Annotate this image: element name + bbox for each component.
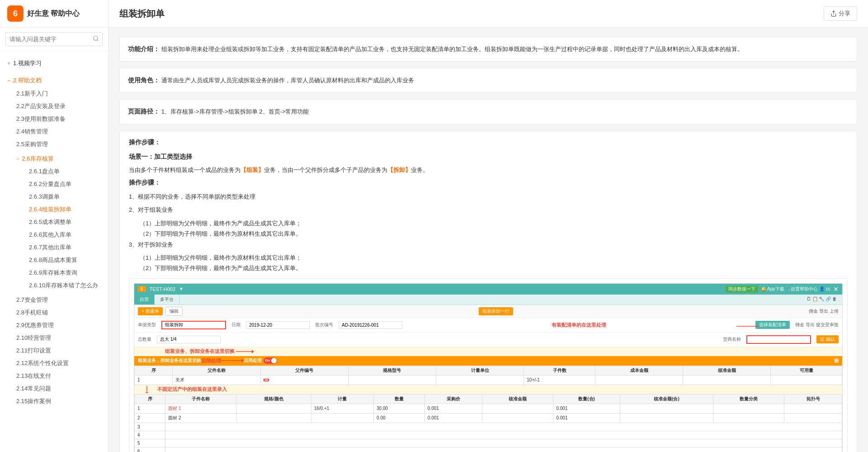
mock-tab-self[interactable]: 自营 bbox=[134, 295, 155, 305]
main: 组装拆卸单 分享 功能介绍： 组装拆卸单用来处理企业组装或拆卸等加工业务，支持有… bbox=[108, 0, 868, 452]
mock-td-parent-name: 关术 bbox=[173, 375, 260, 385]
search-input[interactable] bbox=[6, 33, 89, 45]
sidebar-item-cost-adj[interactable]: 2.6.5成本调整单 bbox=[18, 216, 108, 228]
mock-edit-btn[interactable]: 编辑 bbox=[165, 307, 183, 316]
svg-point-0 bbox=[94, 36, 98, 40]
sidebar-item-other-out[interactable]: 2.6.7其他出库单 bbox=[18, 241, 108, 254]
sidebar-item-mobile[interactable]: 2.8手机旺铺 bbox=[9, 306, 108, 319]
sidebar-item-sub-stocktake[interactable]: 2.6.2分量盘点单 bbox=[18, 178, 108, 190]
nav-tree: + 1.视频学习 − 2.帮助文档 2.1新手入门 2.2产品安装及登录 2.3… bbox=[0, 51, 108, 452]
role-label: 使用角色： bbox=[128, 76, 160, 84]
sidebar-item-assembly[interactable]: 2.6.4组装拆卸单 bbox=[18, 203, 108, 216]
sidebar-item-inventory[interactable]: − 2.6库存核算 bbox=[9, 152, 108, 165]
share-icon bbox=[830, 10, 837, 17]
mock-bom-expand[interactable]: ⊞ bbox=[834, 357, 839, 364]
mock-bom-toggle: 启用处理 bbox=[244, 357, 262, 364]
mock-th2-price: 采购价 bbox=[425, 394, 482, 404]
nav-section-inventory: − 2.6库存核算 2.6.1盘点单 2.6.2分量盘点单 2.6.3调拨单 2… bbox=[9, 151, 108, 294]
mock-new-btn[interactable]: + 新建单 bbox=[138, 307, 163, 315]
mock-qty-input[interactable] bbox=[157, 336, 221, 343]
svg-line-1 bbox=[97, 40, 99, 41]
mock-field-date[interactable] bbox=[246, 321, 310, 329]
annotation-input-row: 不固定活产中的组装在这里录入 bbox=[134, 385, 842, 394]
sidebar-item-online-pay[interactable]: 2.13在线支付 bbox=[9, 370, 108, 382]
mock-th-cost: 成本金额 bbox=[595, 366, 683, 375]
sidebar-item-videos[interactable]: + 1.视频学习 bbox=[0, 57, 108, 70]
mock-th-parent-name: 父件名称 bbox=[173, 366, 260, 375]
mock-titlebar: 6 TEST-H002 ▼ 同步数据一下 🔔 App下载 🔧设置帮助中心 👤 c… bbox=[134, 284, 842, 295]
mock-field-type[interactable] bbox=[161, 321, 226, 329]
mock-app-name: TEST-H002 bbox=[150, 286, 175, 292]
mock-th2-unit: 计量 bbox=[311, 394, 373, 404]
mock-subtoolbar: + 新建单 编辑 组装拆卸一行 佣金 导出 上传 bbox=[134, 305, 842, 318]
mock-confirm-btn[interactable]: 定 确认 bbox=[816, 335, 839, 343]
sidebar-item-docs[interactable]: − 2.帮助文档 bbox=[0, 74, 108, 87]
sidebar-item-data-prep[interactable]: 2.3使用前数据准备 bbox=[9, 113, 108, 125]
intro-label: 功能介绍： bbox=[128, 45, 160, 52]
table-row: 4 bbox=[135, 431, 842, 439]
mock-status: 同步数据一下 bbox=[726, 285, 758, 293]
annotation-type: 组装业务、拆卸业务在这里切换 bbox=[165, 348, 235, 354]
mock-bom-section-label: 组装业务，拆卸业务在这里切换 bbox=[138, 357, 201, 364]
sidebar-item-balance-check[interactable]: 2.6.9库存账本查询 bbox=[18, 266, 108, 279]
sidebar-item-other-in[interactable]: 2.6.6其他入库单 bbox=[18, 228, 108, 241]
intro-block: 功能介绍： 组装拆卸单用来处理企业组装或拆卸等加工业务，支持有固定装配清单的产品… bbox=[119, 37, 857, 62]
mock-th2-spec-color: 规格/颜色 bbox=[236, 394, 311, 404]
share-button[interactable]: 分享 bbox=[824, 6, 857, 21]
logo-text: 好生意 帮助中心 bbox=[27, 9, 80, 19]
mock-toggle-switch[interactable]: On bbox=[264, 357, 277, 364]
mock-th-spec: 规格型号 bbox=[348, 366, 436, 375]
search-area bbox=[0, 28, 108, 51]
sidebar-item-custom[interactable]: 2.12系统个性化设置 bbox=[9, 357, 108, 370]
sidebar-item-balance-err[interactable]: 2.6.10库存账本错了怎么办 bbox=[18, 279, 108, 292]
path-block: 页面路径： 1、库存核算->库存管理->组装拆卸单 2、首页->常用功能 bbox=[119, 99, 857, 124]
mock-assembly-btn[interactable]: 组装拆卸一行 bbox=[479, 307, 513, 315]
mock-th2-approved-sum: 核准金额(合) bbox=[620, 394, 713, 404]
annotation-arrow-bom bbox=[736, 322, 764, 331]
svg-marker-5 bbox=[252, 350, 254, 353]
main-header: 组装拆卸单 分享 bbox=[108, 0, 868, 28]
screenshot-container: 6 TEST-H002 ▼ 同步数据一下 🔔 App下载 🔧设置帮助中心 👤 c… bbox=[129, 278, 848, 452]
sidebar-item-ops[interactable]: 2.10经营管理 bbox=[9, 332, 108, 344]
annotation-bom: 有装配清单的在这里处理 bbox=[552, 322, 606, 328]
sidebar-item-capital[interactable]: 2.7资金管理 bbox=[9, 294, 108, 306]
search-button[interactable] bbox=[89, 33, 103, 46]
scenario1-desc: 当由多个子件材料组装成一个成品的业务为【组装】业务，当由一个父件拆分成多个子产品… bbox=[129, 165, 848, 175]
table-row: 5 bbox=[135, 439, 842, 447]
step-3-1: （1）上部明细为父件明细，最终作为原材料生成其它出库单； bbox=[129, 252, 848, 263]
mock-th2-seq: 序 bbox=[135, 394, 165, 404]
mock-th2-qty-sum: 数量(合) bbox=[553, 394, 620, 404]
sidebar-item-cases[interactable]: 2.15操作案例 bbox=[9, 395, 108, 408]
step-3: 3、对于拆卸业务 bbox=[129, 239, 848, 250]
sidebar-item-print[interactable]: 2.11打印设置 bbox=[9, 344, 108, 357]
mock-supplier-input[interactable] bbox=[746, 335, 811, 344]
sidebar-item-stocktake[interactable]: 2.6.1盘点单 bbox=[18, 165, 108, 178]
sidebar-item-move[interactable]: 2.6.3调拨单 bbox=[18, 190, 108, 203]
table-row: 1 圆材 1 16/0.+1 30.00 0.001 0.001 bbox=[135, 404, 842, 413]
mock-field-batchno[interactable] bbox=[339, 321, 402, 329]
mock-dropdown-arrow: ▼ bbox=[179, 286, 184, 291]
sidebar-item-sales[interactable]: 2.4销售管理 bbox=[9, 125, 108, 138]
sidebar-item-purchase[interactable]: 2.5采购管理 bbox=[9, 138, 108, 151]
logo-area: 6 好生意 帮助中心 bbox=[0, 0, 108, 28]
mock-td-seq: 1 bbox=[135, 375, 173, 385]
mock-child-name-1: 圆材 1 bbox=[165, 404, 236, 413]
sidebar: 6 好生意 帮助中心 + 1.视频学习 − 2.帮助文档 bbox=[0, 0, 108, 452]
mock-close[interactable]: ✕ bbox=[833, 285, 839, 293]
mock-qty-label: 总数量 bbox=[138, 336, 151, 343]
annotation-input-label: 不固定活产中的组装在这里录入 bbox=[157, 386, 227, 392]
sidebar-item-coupon[interactable]: 2.9优惠券管理 bbox=[9, 319, 108, 332]
content-area: 功能介绍： 组装拆卸单用来处理企业组装或拆卸等加工业务，支持有固定装配清单的产品… bbox=[108, 28, 868, 452]
search-box[interactable] bbox=[5, 32, 103, 46]
sidebar-item-newbie[interactable]: 2.1新手入门 bbox=[9, 87, 108, 100]
step-1: 1、根据不同的业务，选择不同单据的类型来处理 bbox=[129, 191, 848, 202]
expand-icon-docs: − bbox=[7, 77, 10, 84]
annotation-arrow-type bbox=[236, 348, 254, 355]
nav-section-docs: − 2.帮助文档 2.1新手入门 2.2产品安装及登录 2.3使用前数据准备 2… bbox=[0, 72, 108, 409]
intro-text: 组装拆卸单用来处理企业组装或拆卸等加工业务，支持有固定装配清单的产品加工业务，也… bbox=[161, 46, 743, 52]
sidebar-item-install[interactable]: 2.2产品安装及登录 bbox=[9, 100, 108, 113]
sidebar-item-cost-recalc[interactable]: 2.6.8商品成本重算 bbox=[18, 254, 108, 266]
mock-tab-multi[interactable]: 多平台 bbox=[155, 295, 179, 305]
sidebar-item-faq[interactable]: 2.14常见问题 bbox=[9, 382, 108, 395]
role-block: 使用角色： 通常由生产人员或库管人员完成拆装业务的操作，库管人员确认原材料的出库… bbox=[119, 68, 857, 93]
